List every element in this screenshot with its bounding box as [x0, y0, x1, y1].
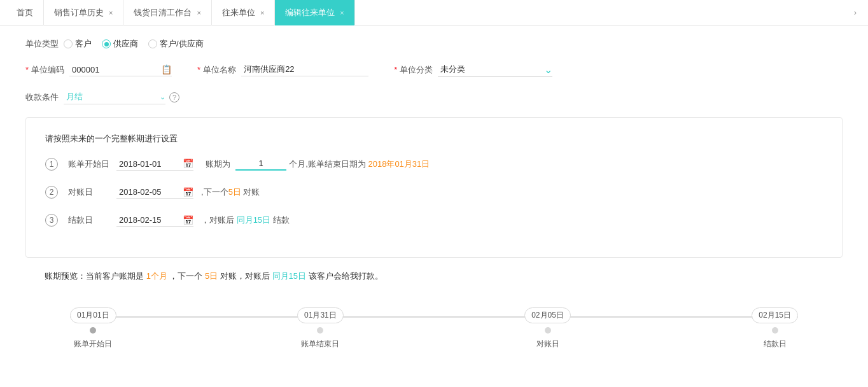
preview-part1-sep: ，下一个 — [169, 271, 202, 281]
radio-both[interactable]: 客户/供应商 — [148, 38, 204, 50]
unit-name-label: 单位名称 — [203, 64, 236, 76]
tab-home[interactable]: 首页 — [6, 0, 44, 25]
timeline-items: 01月01日 账单开始日 01月31日 账单结束日 02月05日 — [70, 307, 798, 349]
tab-sales-history[interactable]: 销售订单历史 × — [44, 0, 123, 25]
unit-code-field: * 单位编码 📋 — [25, 64, 172, 76]
payment-day-highlight: 同月15日 — [237, 215, 270, 226]
unit-code-star: * — [25, 65, 29, 74]
unit-type-field: 单位类型 客户 供应商 客户/供应商 — [25, 38, 204, 50]
unit-code-input-wrapper: 📋 — [69, 64, 172, 76]
radio-circle-supplier — [102, 39, 111, 48]
timeline-badge-payment: 02月15日 — [752, 307, 798, 323]
card-title: 请按照未来的一个完整帐期进行设置 — [45, 133, 823, 144]
setting-row-1: 1 账单开始日 📅 账期为 个月,账单结束日期为 2018年01月31日 — [45, 157, 823, 171]
unit-category-field: * 单位分类 未分类 ⌄ — [394, 62, 552, 77]
unit-type-row: 单位类型 客户 供应商 客户/供应商 — [25, 38, 843, 50]
unit-type-radio-group: 客户 供应商 客户/供应商 — [64, 38, 204, 50]
payment-terms-select[interactable]: 月结 ⌄ — [64, 90, 165, 104]
timeline-label-start: 账单开始日 — [74, 339, 112, 349]
preview-section: 账期预览：当前客户账期是 1个月 ，下一个 5日 对账，对账后 同月15日 该客… — [25, 271, 843, 362]
radio-label-supplier: 供应商 — [113, 38, 138, 50]
settings-card: 请按照未来的一个完整帐期进行设置 1 账单开始日 📅 账期为 个月,账单结束日期… — [25, 117, 843, 258]
payment-date-calendar-icon[interactable]: 📅 — [183, 215, 193, 225]
preview-part1: 1个月 — [146, 271, 167, 281]
tab-close-cash-work[interactable]: × — [197, 9, 200, 17]
timeline-label-reconcile: 对账日 — [536, 339, 559, 349]
timeline-badge-end: 01月31日 — [297, 307, 344, 323]
tabs-bar: 首页 销售订单历史 × 钱货日清工作台 × 往来单位 × 编辑往来单位 × › — [0, 0, 868, 25]
start-date-input[interactable] — [116, 158, 180, 170]
timeline-item-payment: 02月15日 结款日 — [752, 307, 798, 349]
radio-circle-both — [148, 39, 157, 48]
payment-date-input-wrapper: 📅 — [116, 214, 193, 227]
timeline-badge-start: 01月01日 — [70, 307, 116, 323]
tab-edit-partner[interactable]: 编辑往来单位 × — [275, 0, 354, 25]
row-num-2: 2 — [45, 186, 58, 199]
timeline-dot-reconcile — [545, 327, 551, 334]
timeline-dot-end — [317, 327, 323, 334]
radio-customer[interactable]: 客户 — [64, 38, 92, 50]
start-date-calendar-icon[interactable]: 📅 — [183, 158, 193, 169]
period-unit-label: 个月,账单结束日期为 — [289, 158, 368, 170]
timeline-item-start: 01月01日 账单开始日 — [70, 307, 116, 349]
timeline-container: 01月01日 账单开始日 01月31日 账单结束日 02月05日 — [45, 295, 823, 362]
timeline-dot-start — [90, 327, 96, 334]
payment-desc-suffix: 结款 — [270, 215, 290, 226]
preview-label: 账期预览：当前客户账期是 — [45, 271, 144, 281]
preview-part2: 5日 — [205, 271, 218, 281]
unit-name-star: * — [197, 65, 200, 74]
reconcile-desc-suffix: 对账 — [241, 186, 260, 198]
unit-type-label: 单位类型 — [25, 38, 59, 50]
radio-label-both: 客户/供应商 — [160, 38, 204, 50]
unit-name-field: * 单位名称 — [197, 64, 368, 76]
payment-date-input[interactable] — [116, 214, 180, 226]
row-label-2: 对账日 — [68, 186, 106, 198]
radio-supplier[interactable]: 供应商 — [102, 38, 138, 50]
payment-terms-arrow-icon[interactable]: ⌄ — [160, 93, 165, 101]
reconcile-date-calendar-icon[interactable]: 📅 — [183, 187, 193, 197]
unit-code-input[interactable] — [69, 64, 158, 76]
timeline-label-end: 账单结束日 — [301, 339, 339, 349]
tabs-arrow-right[interactable]: › — [849, 8, 862, 17]
row-num-1: 1 — [45, 158, 58, 171]
start-date-input-wrapper: 📅 — [116, 158, 193, 171]
preview-text: 账期预览：当前客户账期是 1个月 ，下一个 5日 对账，对账后 同月15日 该客… — [45, 271, 823, 282]
row-label-1: 账单开始日 — [68, 158, 106, 170]
unit-category-select[interactable]: 未分类 ⌄ — [438, 62, 552, 77]
preview-part3-suffix: 该客户会给我打款。 — [309, 271, 383, 281]
tab-cash-work[interactable]: 钱货日清工作台 × — [123, 0, 211, 25]
timeline-dot-payment — [772, 327, 778, 334]
radio-label-customer: 客户 — [75, 38, 92, 50]
reconcile-date-input[interactable] — [116, 186, 180, 198]
tab-close-partner[interactable]: × — [260, 9, 264, 17]
payment-terms-help-icon[interactable]: ? — [169, 92, 179, 102]
unit-category-arrow-icon[interactable]: ⌄ — [544, 64, 552, 76]
row-num-3: 3 — [45, 214, 58, 227]
payment-terms-value: 月结 — [64, 90, 160, 104]
unit-code-label: 单位编码 — [31, 64, 64, 76]
preview-part2-sep: 对账，对账后 — [220, 271, 270, 281]
tab-close-edit-partner[interactable]: × — [340, 9, 344, 17]
tab-close-sales-history[interactable]: × — [109, 9, 113, 17]
setting-row-3: 3 结款日 📅 ，对账后 同月15日 结款 — [45, 214, 823, 227]
radio-circle-customer — [64, 39, 73, 48]
payment-terms-label: 收款条件 — [25, 92, 59, 103]
unit-category-star: * — [394, 65, 397, 74]
setting-row-2: 2 对账日 📅 ,下一个 5日 对账 — [45, 186, 823, 199]
timeline-label-payment: 结款日 — [764, 339, 787, 349]
period-input[interactable] — [235, 157, 286, 171]
unit-category-value: 未分类 — [438, 62, 544, 76]
timeline-badge-reconcile: 02月05日 — [524, 307, 571, 323]
content-area: 单位类型 客户 供应商 客户/供应商 * 单位编码 — [0, 25, 868, 387]
reconcile-date-input-wrapper: 📅 — [116, 186, 193, 199]
unit-code-copy-icon[interactable]: 📋 — [161, 64, 172, 74]
timeline-item-reconcile: 02月05日 对账日 — [524, 307, 571, 349]
reconcile-desc-prefix: ,下一个 — [201, 186, 228, 198]
unit-category-label: 单位分类 — [400, 64, 433, 76]
timeline-item-end: 01月31日 账单结束日 — [297, 307, 344, 349]
unit-name-input[interactable] — [241, 64, 368, 76]
payment-terms-row: 收款条件 月结 ⌄ ? — [25, 90, 843, 104]
tab-partner[interactable]: 往来单位 × — [212, 0, 275, 25]
payment-desc-prefix: ，对账后 — [201, 215, 237, 226]
row-label-3: 结款日 — [68, 215, 106, 226]
